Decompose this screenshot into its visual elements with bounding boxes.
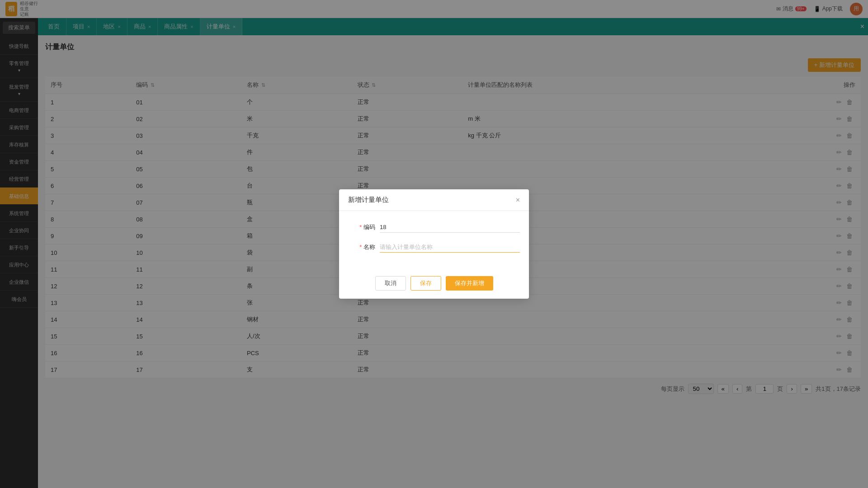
required-marker: * [359, 244, 362, 250]
modal-title: 新增计量单位 [348, 196, 389, 204]
name-label: * 名称 [348, 243, 375, 251]
code-label: * 编码 [348, 223, 375, 231]
cancel-button[interactable]: 取消 [375, 276, 406, 291]
save-and-new-button[interactable]: 保存并新增 [446, 276, 493, 291]
name-input[interactable] [380, 242, 520, 253]
code-form-row: * 编码 [348, 222, 520, 233]
modal-footer: 取消 保存 保存并新增 [339, 271, 529, 299]
save-button[interactable]: 保存 [410, 276, 441, 291]
modal-overlay[interactable]: 新增计量单位 × * 编码 * 名称 取消 保存 保存并新增 [0, 0, 868, 488]
modal-body: * 编码 * 名称 [339, 211, 529, 271]
modal-header: 新增计量单位 × [339, 189, 529, 211]
code-input[interactable] [380, 222, 520, 233]
add-unit-modal: 新增计量单位 × * 编码 * 名称 取消 保存 保存并新增 [339, 189, 529, 299]
required-marker: * [359, 224, 362, 230]
modal-close-button[interactable]: × [516, 196, 520, 204]
name-form-row: * 名称 [348, 242, 520, 253]
